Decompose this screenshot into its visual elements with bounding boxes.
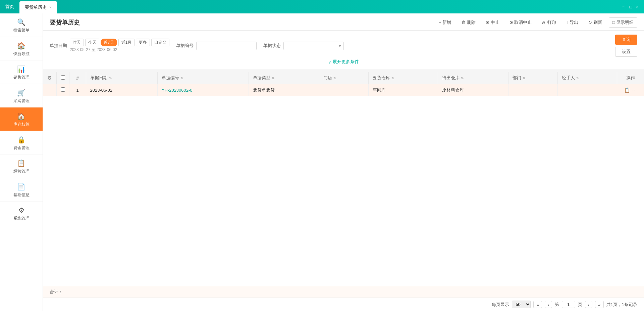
sidebar-item-finance-mgmt[interactable]: 🔒 资金管理 [0, 131, 43, 154]
date-btn-yesterday[interactable]: 昨天 [70, 39, 84, 46]
col-dept-label: 部门 [513, 75, 521, 80]
sidebar-item-basic-info[interactable]: 📄 基础信息 [0, 178, 43, 202]
tab-home[interactable]: 首页 [0, 0, 19, 13]
row-date: 2023-06-02 [86, 84, 157, 96]
sales-mgmt-icon: 📊 [17, 65, 25, 73]
sidebar-item-purchase-mgmt[interactable]: 🛒 采购管理 [0, 84, 43, 107]
refresh-button[interactable]: ↻ 刷新 [585, 18, 605, 27]
top-bar: 首页 要货单历史 × － □ × [0, 0, 644, 13]
row-checkbox[interactable] [61, 87, 65, 92]
date-btn-month1[interactable]: 近1月 [118, 39, 135, 46]
col-checkbox [56, 72, 69, 84]
row-checkbox-cell [56, 84, 69, 96]
col-bill-no-label: 单据编号 [162, 75, 179, 80]
prev-page-button[interactable]: ‹ [545, 301, 552, 308]
current-page-input[interactable] [562, 301, 575, 308]
cancel-stop-button[interactable]: ⊗ 取消中止 [506, 18, 535, 27]
sidebar-item-basic-info-label: 基础信息 [13, 192, 30, 198]
sidebar-item-search-menu-label: 搜索菜单 [13, 28, 30, 33]
query-button[interactable]: 查询 [615, 35, 637, 45]
tab-yh-history-label: 要货单历史 [25, 4, 47, 10]
tab-yh-history[interactable]: 要货单历史 × [19, 1, 57, 13]
chevron-down-icon: ∨ [328, 59, 331, 64]
col-dept-header: 部门⇅ [508, 72, 557, 84]
bill-no-input[interactable] [196, 42, 257, 50]
print-button[interactable]: 🖨 打印 [538, 18, 559, 27]
sidebar-item-operation-mgmt-label: 经营管理 [13, 169, 30, 174]
expand-more-label: 展开更多条件 [333, 59, 359, 65]
action-icons: 📋 ⋯ [621, 87, 640, 93]
minimize-icon[interactable]: － [621, 4, 626, 10]
filter-settings-button[interactable]: 设置 [615, 47, 637, 57]
first-page-button[interactable]: « [533, 301, 542, 308]
row-bill-no-link[interactable]: YH-20230602-0 [162, 88, 193, 93]
date-btn-custom[interactable]: 自定义 [151, 39, 169, 46]
more-icon[interactable]: ⋯ [632, 87, 637, 93]
col-date-label: 单据日期 [90, 75, 108, 80]
export-button[interactable]: ↑ 导出 [563, 18, 582, 27]
new-button[interactable]: + 新增 [435, 18, 454, 27]
content-area: 要货单历史 + 新增 🗑 删除 ⊗ 中止 ⊗ 取消中止 🖨 打印 ↑ 导出 ↻ … [43, 13, 644, 311]
sidebar-item-quick-nav[interactable]: 🏠 快捷导航 [0, 37, 43, 60]
sidebar-item-operation-mgmt[interactable]: 📋 经营管理 [0, 154, 43, 178]
page-title: 要货单历史 [50, 18, 80, 27]
next-page-button[interactable]: › [585, 301, 592, 308]
system-mgmt-icon: ⚙ [18, 206, 24, 214]
maximize-icon[interactable]: □ [630, 4, 632, 9]
expand-more[interactable]: ∨ 展开更多条件 [50, 57, 637, 65]
row-handler [557, 84, 617, 96]
row-num: 1 [69, 84, 86, 96]
last-page-button[interactable]: » [595, 301, 603, 308]
col-bill-type-header: 单据类型⇅ [249, 72, 319, 84]
status-select[interactable] [283, 42, 344, 50]
col-req-wh-label: 要货仓库 [373, 75, 390, 80]
table-header-row: ⚙ # 单据日期⇅ 单据编号⇅ 单据类型⇅ 门店⇅ 要货仓库⇅ 待出仓库⇅ 部门… [43, 72, 644, 84]
display-cell-button[interactable]: □ 显示明细 [609, 17, 637, 28]
current-page-prefix: 第 [555, 302, 559, 308]
status-filter-item: 单据状态 [263, 42, 344, 50]
row-bill-no: YH-20230602-0 [157, 84, 249, 96]
sidebar: 🔍 搜索菜单 🏠 快捷导航 📊 销售管理 🛒 采购管理 🏠 库存核算 🔒 资金管… [0, 13, 43, 311]
select-all-checkbox[interactable] [61, 75, 65, 80]
date-btn-today[interactable]: 今天 [85, 39, 99, 46]
top-tabs: 首页 要货单历史 × [0, 0, 616, 13]
main-layout: 🔍 搜索菜单 🏠 快捷导航 📊 销售管理 🛒 采购管理 🏠 库存核算 🔒 资金管… [0, 13, 644, 311]
row-store [319, 84, 368, 96]
bill-no-label: 单据编号 [176, 43, 194, 49]
quick-nav-icon: 🏠 [17, 42, 25, 50]
sidebar-item-system-mgmt[interactable]: ⚙ 系统管理 [0, 202, 43, 225]
col-req-wh-header: 要货仓库⇅ [368, 72, 438, 84]
current-page-suffix: 页 [578, 302, 582, 308]
delete-button[interactable]: 🗑 删除 [458, 18, 479, 27]
page-header: 要货单历史 + 新增 🗑 删除 ⊗ 中止 ⊗ 取消中止 🖨 打印 ↑ 导出 ↻ … [43, 13, 644, 31]
sidebar-item-quick-nav-label: 快捷导航 [13, 51, 30, 57]
total-info: 共1页，1条记录 [606, 302, 637, 308]
date-btn-more[interactable]: 更多 [136, 39, 150, 46]
table-row: 1 2023-06-02 YH-20230602-0 要货单要货 车间库 原材料… [43, 84, 644, 96]
tab-close-icon[interactable]: × [49, 5, 52, 10]
col-bill-no-header: 单据编号⇅ [157, 72, 249, 84]
col-bill-type-label: 单据类型 [253, 75, 270, 80]
status-label: 单据状态 [263, 43, 281, 49]
sidebar-item-purchase-mgmt-label: 采购管理 [13, 98, 30, 104]
filter-right-buttons: 查询 设置 [615, 35, 637, 57]
sidebar-item-inventory[interactable]: 🏠 库存核算 [0, 107, 43, 131]
sidebar-item-sales-mgmt[interactable]: 📊 销售管理 [0, 60, 43, 84]
col-pending-wh-header: 待出仓库⇅ [438, 72, 508, 84]
col-num-header: # [69, 72, 86, 84]
tab-home-label: 首页 [5, 4, 14, 10]
sidebar-item-sales-mgmt-label: 销售管理 [13, 75, 30, 80]
sidebar-item-search-menu[interactable]: 🔍 搜索菜单 [0, 13, 43, 37]
table-settings-icon[interactable]: ⚙ [47, 75, 52, 81]
close-window-icon[interactable]: × [636, 4, 639, 9]
page-size-select[interactable]: 50 10 20 100 [512, 301, 531, 308]
table-wrapper: ⚙ # 单据日期⇅ 单据编号⇅ 单据类型⇅ 门店⇅ 要货仓库⇅ 待出仓库⇅ 部门… [43, 72, 644, 286]
date-btn-recent7[interactable]: 近7天 [101, 39, 117, 46]
col-date-header: 单据日期⇅ [86, 72, 157, 84]
col-store-label: 门店 [323, 75, 332, 80]
top-right-icons: － □ × [616, 4, 644, 10]
row-department [508, 84, 557, 96]
purchase-mgmt-icon: 🛒 [17, 89, 25, 97]
stop-button[interactable]: ⊗ 中止 [482, 18, 503, 27]
view-icon[interactable]: 📋 [624, 87, 630, 93]
